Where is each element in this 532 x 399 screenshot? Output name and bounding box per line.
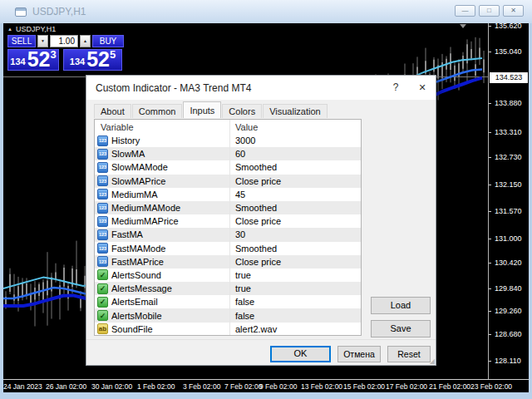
param-row[interactable]: ✓AlertsSoundtrue bbox=[95, 268, 361, 282]
time-label: 17 Feb 02:00 bbox=[386, 382, 427, 391]
buy-price-pip: 5 bbox=[110, 48, 116, 61]
column-header-value: Value bbox=[229, 120, 361, 134]
price-tick bbox=[489, 361, 491, 362]
param-table-header: Variable Value bbox=[95, 120, 361, 134]
price-label: 131.000 bbox=[495, 234, 522, 243]
chart-symbol-header[interactable]: ▲ USDJPY,H1 bbox=[7, 25, 56, 33]
param-value: 60 bbox=[229, 147, 361, 160]
param-table: Variable Value 123History3000123SlowMA60… bbox=[94, 119, 362, 336]
ok-button[interactable]: OK bbox=[270, 346, 331, 362]
price-tick bbox=[489, 26, 491, 27]
param-row[interactable]: 123SlowMAPriceClose price bbox=[95, 175, 361, 188]
buy-button[interactable]: BUY bbox=[92, 35, 124, 47]
buy-price-prefix: 134 bbox=[70, 57, 85, 66]
int-param-icon: 123 bbox=[97, 229, 108, 240]
price-label: 132.150 bbox=[495, 180, 522, 189]
param-name: AlertsMessage bbox=[111, 283, 229, 293]
param-row[interactable]: ✓AlertsMobilefalse bbox=[95, 308, 361, 322]
param-name: FastMAMode bbox=[111, 244, 229, 254]
indicator-dialog: Custom Indicator - MA3 Trend MT4 ? ✕ Abo… bbox=[86, 75, 436, 366]
buy-price-button[interactable]: 134 52 5 bbox=[63, 49, 122, 71]
time-label: 9 Feb 02:00 bbox=[259, 382, 297, 391]
price-tick bbox=[489, 263, 491, 264]
param-row[interactable]: ✓AlertsEmailfalse bbox=[95, 295, 361, 308]
price-label: 133.310 bbox=[495, 128, 522, 136]
volume-decrease-button[interactable]: ▼ bbox=[37, 35, 48, 47]
price-tick bbox=[489, 157, 491, 158]
time-axis[interactable]: 24 Jan 202326 Jan 02:0030 Jan 02:001 Feb… bbox=[3, 379, 529, 392]
tab-about[interactable]: About bbox=[94, 104, 131, 118]
param-row[interactable]: 123SlowMAModeSmoothed bbox=[95, 160, 361, 174]
price-label: 129.840 bbox=[495, 284, 522, 293]
param-row[interactable]: 123FastMAModeSmoothed bbox=[95, 242, 361, 255]
cancel-button[interactable]: Отмена bbox=[337, 346, 381, 362]
time-label: 13 Feb 02:00 bbox=[301, 382, 342, 391]
param-row[interactable]: 123MediumMAModeSmoothed bbox=[95, 201, 361, 214]
price-tick bbox=[489, 311, 491, 312]
price-tick bbox=[489, 132, 491, 133]
volume-input[interactable] bbox=[50, 35, 78, 47]
reset-button[interactable]: Reset bbox=[387, 346, 431, 362]
restore-button[interactable]: □ bbox=[479, 5, 500, 17]
param-value: Smoothed bbox=[229, 201, 361, 214]
dialog-titlebar: Custom Indicator - MA3 Trend MT4 bbox=[86, 76, 436, 100]
sell-price-main: 52 bbox=[27, 51, 51, 68]
volume-increase-button[interactable]: ▲ bbox=[80, 35, 91, 47]
param-row[interactable]: abSoundFilealert2.wav bbox=[95, 323, 361, 336]
param-row[interactable]: 123MediumMAPriceClose price bbox=[95, 214, 361, 228]
price-label: 135.040 bbox=[495, 47, 522, 56]
int-param-icon: 123 bbox=[97, 256, 108, 267]
time-label: 23 Feb 02:00 bbox=[470, 382, 512, 391]
resize-grip[interactable]: ◢ bbox=[430, 358, 435, 365]
sell-price-prefix: 134 bbox=[10, 57, 25, 66]
param-row[interactable]: 123FastMA30 bbox=[95, 228, 361, 241]
param-value: alert2.wav bbox=[229, 323, 361, 336]
param-row[interactable]: 123MediumMA45 bbox=[95, 188, 361, 201]
close-window-button[interactable]: ✕ bbox=[503, 5, 524, 17]
param-value: Close price bbox=[229, 214, 361, 228]
bool-param-icon: ✓ bbox=[97, 297, 108, 308]
param-name: SlowMA bbox=[111, 149, 229, 159]
int-param-icon: 123 bbox=[97, 149, 108, 160]
price-axis[interactable]: 135.620135.040134.523133.880133.310132.7… bbox=[488, 23, 529, 379]
param-value: Close price bbox=[229, 255, 361, 268]
price-label: 135.620 bbox=[495, 23, 522, 30]
chevron-down-icon: ▼ bbox=[41, 38, 45, 43]
minimize-button[interactable]: — bbox=[455, 5, 475, 17]
int-param-icon: 123 bbox=[97, 189, 108, 200]
sell-button[interactable]: SELL bbox=[7, 35, 36, 47]
save-button[interactable]: Save bbox=[371, 320, 431, 337]
bool-param-icon: ✓ bbox=[97, 283, 108, 294]
sell-price-button[interactable]: 134 52 3 bbox=[7, 49, 59, 71]
int-param-icon: 123 bbox=[97, 175, 108, 186]
param-row[interactable]: 123History3000 bbox=[95, 134, 361, 147]
price-label: 132.730 bbox=[495, 153, 522, 161]
load-button[interactable]: Load bbox=[371, 297, 431, 314]
price-tick bbox=[489, 334, 491, 335]
tab-colors[interactable]: Colors bbox=[222, 104, 262, 118]
param-name: MediumMAPrice bbox=[111, 216, 229, 226]
chart-window-icon bbox=[15, 7, 27, 17]
tab-common[interactable]: Common bbox=[132, 104, 183, 118]
param-row[interactable]: 123FastMAPriceClose price bbox=[95, 255, 361, 268]
param-row[interactable]: 123SlowMA60 bbox=[95, 147, 361, 160]
price-tick bbox=[489, 185, 491, 185]
button-divider bbox=[86, 339, 436, 340]
help-button[interactable]: ? bbox=[384, 76, 407, 100]
time-label: 15 Feb 02:00 bbox=[343, 382, 385, 391]
int-param-icon: 123 bbox=[97, 162, 108, 173]
mt4-window: { "window": { "title": "USDJPY,H1", "con… bbox=[0, 0, 532, 399]
price-label: 129.260 bbox=[495, 307, 522, 315]
price-tick bbox=[489, 211, 491, 212]
tab-inputs[interactable]: Inputs bbox=[183, 101, 221, 118]
time-label: 24 Jan 2023 bbox=[3, 382, 42, 391]
buy-price-main: 52 bbox=[86, 51, 110, 68]
bool-param-icon: ✓ bbox=[97, 269, 108, 280]
close-dialog-button[interactable]: ✕ bbox=[411, 76, 434, 100]
price-tick bbox=[489, 52, 491, 52]
tab-visualization[interactable]: Visualization bbox=[263, 104, 328, 118]
bool-param-icon: ✓ bbox=[97, 310, 108, 321]
param-value: Close price bbox=[229, 175, 361, 188]
param-row[interactable]: ✓AlertsMessagetrue bbox=[95, 282, 361, 295]
chart-symbol-label: USDJPY,H1 bbox=[16, 25, 56, 33]
